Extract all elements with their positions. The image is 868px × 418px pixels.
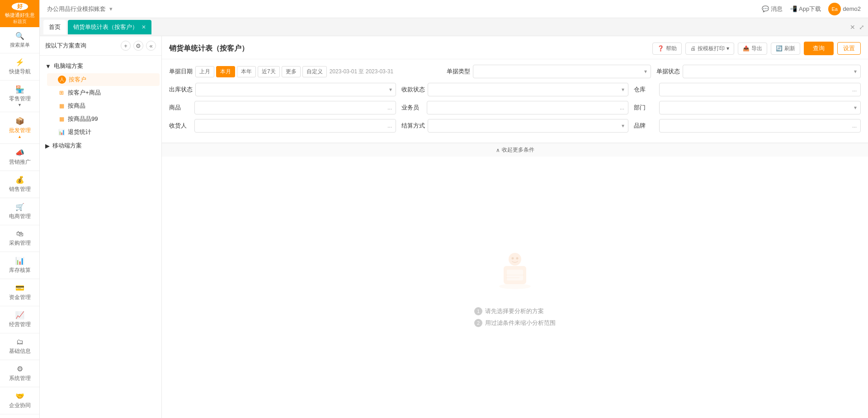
chevron-down-icon: ▼: [18, 103, 22, 107]
tab-sales-stat[interactable]: 销货单统计表（按客户） ✕: [68, 20, 151, 34]
settings-scheme-button[interactable]: ⚙: [133, 41, 143, 51]
tab-close-icon[interactable]: ✕: [142, 24, 146, 30]
sidebar-item-cooperation[interactable]: 🤝 企业协同: [0, 387, 39, 414]
logo-icon: 好: [12, 3, 28, 10]
page-actions: ❓ 帮助 🖨 按模板打印 ▾ 📤 导出 🔄 刷新: [652, 42, 861, 55]
payment-select[interactable]: ▾: [428, 119, 628, 133]
filter-panel: 按以下方案查询 + ⚙ « ▼ 电脑端方案 人 按客户: [40, 36, 162, 418]
payment-item: 结算方式 ▾: [401, 119, 628, 133]
filter-row-4: 收货人 ... 结算方式 ▾ 品牌: [169, 119, 861, 133]
collect-status-item: 收款状态 ▾: [401, 83, 628, 96]
filter-row-3: 商品 ... 业务员 ... 部门: [169, 101, 861, 114]
cooperation-icon: 🤝: [15, 392, 24, 400]
sidebar-item-sales[interactable]: 💰 销售管理: [0, 171, 39, 198]
page-content: 按以下方案查询 + ⚙ « ▼ 电脑端方案 人 按客户: [40, 36, 868, 418]
message-icon: 💬: [762, 5, 769, 12]
filter-area: 单据日期 上月 本月 本年 近7天 更多 自定义 2023-03-01 至 20…: [162, 59, 868, 143]
page-title: 销货单统计表（按客户）: [169, 44, 249, 53]
salesperson-item: 业务员 ...: [401, 101, 628, 114]
dropdown-icon[interactable]: ▾: [109, 5, 113, 12]
sidebar-item-newuser[interactable]: 🔰 新手引导: [0, 414, 39, 418]
desktop-scheme-group[interactable]: ▼ 电脑端方案: [40, 59, 161, 73]
brand-label: 品牌: [634, 122, 656, 130]
settings-button[interactable]: 设置: [837, 42, 861, 55]
grid-icon: ⊞: [58, 89, 65, 96]
sidebar-item-finance[interactable]: 💳 资金管理: [0, 279, 39, 306]
top-bar-left: 办公用品行业模拟账套 ▾: [47, 5, 113, 13]
salesperson-label: 业务员: [401, 104, 424, 112]
voucher-status-label: 单据状态: [656, 67, 680, 76]
filter-panel-title: 按以下方案查询: [45, 42, 86, 50]
date-btn-more[interactable]: 更多: [282, 66, 301, 77]
date-options: 上月 本月 本年 近7天 更多 自定义: [195, 66, 327, 77]
date-btn-this-month[interactable]: 本月: [216, 66, 235, 77]
salesperson-select[interactable]: ...: [427, 101, 628, 114]
chevron-down-icon-5: ▾: [854, 104, 857, 111]
desktop-scheme-children: 人 按客户 ⊞ 按客户+商品 ▦ 按商品 ▦ 按商品品99: [40, 73, 161, 138]
sidebar: 好 畅捷通好生意 标题页 🔍 搜索菜单 ⚡ 快捷导航 🏪 零售管理 ▼ 📦 批发…: [0, 0, 40, 418]
query-button[interactable]: 查询: [804, 42, 834, 55]
department-select[interactable]: ▾: [659, 101, 861, 114]
refresh-button[interactable]: 🔄 刷新: [771, 43, 800, 55]
tab-close-button[interactable]: ✕: [850, 24, 855, 31]
out-status-item: 出库状态 ▾: [169, 83, 396, 96]
help-icon: ❓: [657, 45, 664, 52]
add-scheme-button[interactable]: +: [121, 41, 131, 51]
scheme-by-goods-99[interactable]: ▦ 按商品品99: [47, 113, 160, 125]
customer-icon: 人: [58, 76, 66, 84]
date-btn-custom[interactable]: 自定义: [302, 66, 327, 77]
user-avatar[interactable]: Ea demo2: [828, 3, 861, 15]
sidebar-item-inventory[interactable]: 📊 库存核算: [0, 252, 39, 279]
sidebar-item-search[interactable]: 🔍 搜索菜单: [0, 27, 39, 53]
template-print-button[interactable]: 🖨 按模板打印 ▾: [685, 43, 734, 55]
svg-point-4: [512, 257, 514, 259]
logo-text: 畅捷通好生意 标题页: [5, 12, 35, 24]
sidebar-item-wholesale[interactable]: 📦 批发管理 ▲: [0, 112, 39, 144]
ecommerce-icon: 🛒: [15, 203, 24, 211]
sidebar-item-quicknav[interactable]: ⚡ 快捷导航: [0, 53, 39, 81]
scheme-by-customer[interactable]: 人 按客户: [47, 73, 160, 86]
svg-point-3: [509, 253, 521, 266]
tab-maximize-button[interactable]: ⤢: [859, 24, 864, 31]
sidebar-item-system[interactable]: ⚙ 系统管理: [0, 360, 39, 387]
collect-status-select[interactable]: ▾: [428, 83, 628, 96]
scheme-by-customer-goods[interactable]: ⊞ 按客户+商品: [47, 86, 160, 99]
voucher-type-select[interactable]: ▾: [473, 65, 651, 78]
help-button[interactable]: ❓ 帮助: [652, 43, 682, 55]
goods-select[interactable]: ...: [194, 101, 396, 114]
tab-home[interactable]: 首页: [43, 20, 66, 34]
voucher-status-select[interactable]: ▾: [683, 65, 861, 78]
empty-tips: 1 请先选择要分析的方案 2 用过滤条件来缩小分析范围: [474, 307, 556, 327]
sidebar-item-retail[interactable]: 🏪 零售管理 ▼: [0, 81, 39, 112]
date-btn-7days[interactable]: 近7天: [258, 66, 280, 77]
filter-panel-header: 按以下方案查询 + ⚙ «: [40, 36, 161, 56]
sidebar-item-ecommerce[interactable]: 🛒 电商管理: [0, 198, 39, 225]
warehouse-select[interactable]: ...: [659, 83, 861, 96]
date-btn-this-year[interactable]: 本年: [237, 66, 256, 77]
warehouse-item: 仓库 ...: [634, 83, 861, 96]
collapse-bar[interactable]: ∧ 收起更多条件: [162, 143, 868, 157]
scheme-return-stat[interactable]: 📊 退货统计: [47, 126, 160, 138]
empty-state: 1 请先选择要分析的方案 2 用过滤条件来缩小分析范围: [162, 157, 868, 418]
sidebar-item-operations[interactable]: 📈 经营管理: [0, 306, 39, 333]
export-button[interactable]: 📤 导出: [738, 43, 767, 55]
mobile-scheme-group[interactable]: ▶ 移动端方案: [40, 139, 161, 152]
empty-tip-1: 1 请先选择要分析的方案: [474, 307, 556, 315]
receiver-label: 收货人: [169, 122, 192, 130]
tip-num-1: 1: [474, 307, 482, 315]
purchase-icon: 🛍: [16, 230, 24, 238]
message-button[interactable]: 💬 消息: [762, 5, 783, 13]
sidebar-item-purchase[interactable]: 🛍 采购管理: [0, 225, 39, 252]
sidebar-item-marketing[interactable]: 📣 营销推广: [0, 144, 39, 171]
out-status-select[interactable]: ▾: [195, 83, 396, 96]
receiver-select[interactable]: ...: [194, 119, 396, 133]
sidebar-item-basic[interactable]: 🗂 基础信息: [0, 333, 39, 360]
scheme-by-goods[interactable]: ▦ 按商品: [47, 100, 160, 112]
date-btn-last-month[interactable]: 上月: [195, 66, 214, 77]
goods-label: 商品: [169, 104, 192, 112]
payment-label: 结算方式: [401, 122, 425, 130]
brand-select[interactable]: ...: [659, 119, 861, 133]
collapse-panel-button[interactable]: «: [146, 41, 156, 51]
app-download-button[interactable]: 📲 App下载: [790, 5, 821, 13]
scheme-tree: ▼ 电脑端方案 人 按客户 ⊞ 按客户+商品 ▦: [40, 56, 161, 156]
